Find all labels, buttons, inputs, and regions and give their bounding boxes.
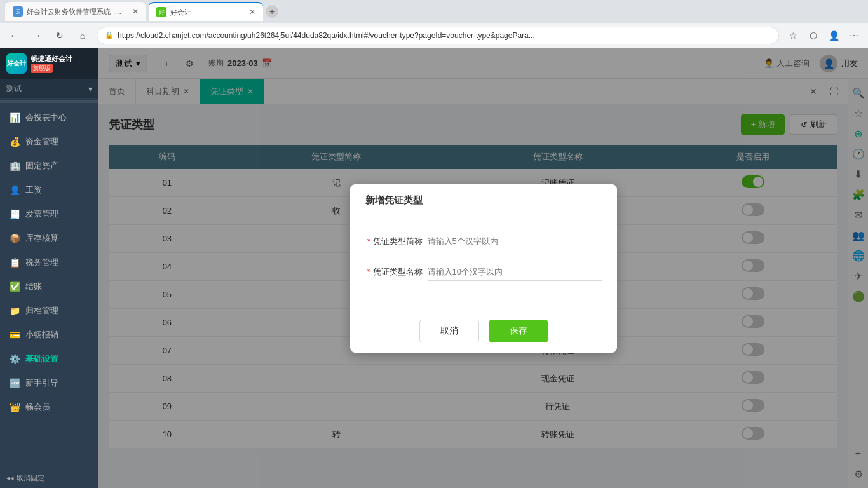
cancel-button[interactable]: 取消 [419,320,479,342]
sidebar-item-label: 会投表中心 [25,112,67,123]
sidebar-item-dashboard[interactable]: 📊 会投表中心 [0,105,98,130]
unpin-icon: ◂◂ [6,474,14,482]
logo-badge: 旗舰版 [31,64,53,73]
browser-nav-icons: ☆ ⬡ 👤 ⋯ [784,27,863,44]
settings-icon: ⚙️ [9,353,20,365]
browser-nav: ← → ↻ ⌂ 🔒 https://cloud2.chanjet.com/acc… [0,23,868,48]
modal-header: 新增凭证类型 [350,184,617,217]
dashboard-icon: 📊 [9,112,20,123]
save-button[interactable]: 保存 [489,320,548,342]
tab-favicon-2: 好 [156,7,166,17]
form-field-name: 凭证类型名称 [365,263,602,281]
sidebar-footer: ◂◂ 取消固定 [0,468,98,488]
new-tab-button[interactable]: + [266,5,278,18]
sidebar-item-expense[interactable]: 💳 小畅报销 [0,323,98,347]
tab-close-1[interactable]: ✕ [132,7,139,16]
field-name-label: 凭证类型名称 [365,266,423,278]
add-voucher-modal: 新增凭证类型 凭证类型简称 凭证类型名称 [350,184,617,353]
sidebar-item-member[interactable]: 👑 畅会员 [0,395,98,419]
sidebar-item-settings[interactable]: ⚙️ 基础设置 [0,347,98,371]
sidebar-item-assets[interactable]: 🏢 固定资产 [0,154,98,178]
modal-overlay: 新增凭证类型 凭证类型简称 凭证类型名称 [98,104,848,488]
guide-icon: 🆕 [9,377,20,389]
form-field-abbr: 凭证类型简称 [365,233,602,250]
workspace-name: 测试 [6,83,22,94]
app-layout: 好会计 畅捷通好会计 旗舰版 测试 ▾ 📊 会投表中心 💰 资金管理 🏢 固定资… [0,48,868,488]
inventory-icon: 📦 [9,233,20,244]
content-wrapper: 首页 科目期初 ✕ 凭证类型 ✕ ✕ ⛶ [98,79,868,488]
reload-button[interactable]: ↻ [51,27,69,44]
forward-button[interactable]: → [28,27,46,44]
salary-icon: 👤 [9,184,20,196]
browser-tab-1[interactable]: 云 好会计云财务软件管理系统_会计 ✕ [5,2,146,21]
lock-icon: 🔒 [105,31,114,39]
field-abbr-label: 凭证类型简称 [365,236,423,247]
tab-close-2[interactable]: ✕ [249,8,255,17]
sidebar-item-archive[interactable]: 📁 归档管理 [0,299,98,323]
tab-favicon-1: 云 [13,6,23,17]
sidebar-item-salary[interactable]: 👤 工资 [0,178,98,202]
modal-title: 新增凭证类型 [365,194,423,205]
modal-body: 凭证类型简称 凭证类型名称 [350,217,617,309]
user-icon[interactable]: 👤 [825,27,843,44]
field-name-input[interactable] [428,263,602,281]
workspace-dropdown-icon: ▾ [88,85,92,93]
sidebar-item-label: 税务管理 [25,257,58,268]
tab-label-2: 好会计 [170,8,191,17]
modal-footer: 取消 保存 [350,309,617,353]
sidebar-item-label: 小畅报销 [25,329,58,341]
sidebar-item-guide[interactable]: 🆕 新手引导 [0,371,98,395]
sidebar-menu: 📊 会投表中心 💰 资金管理 🏢 固定资产 👤 工资 🧾 发票管理 📦 [0,98,98,468]
sidebar-item-inventory[interactable]: 📦 库存核算 [0,226,98,250]
settlement-icon: ✅ [9,281,20,292]
unpin-button[interactable]: ◂◂ 取消固定 [6,473,92,483]
browser-tab-2[interactable]: 好 好会计 ✕ [149,2,263,21]
sidebar-item-label: 资金管理 [25,136,58,147]
sidebar-item-settlement[interactable]: ✅ 结账 [0,274,98,299]
invoice-icon: 🧾 [9,208,20,220]
archive-icon: 📁 [9,305,20,316]
sidebar-item-label: 固定资产 [25,160,58,172]
sidebar-item-label: 发票管理 [25,208,58,220]
home-button[interactable]: ⌂ [74,27,92,44]
sidebar-item-label: 基础设置 [25,353,58,365]
tax-icon: 📋 [9,257,20,268]
sidebar-logo: 好会计 畅捷通好会计 旗舰版 [0,48,98,79]
sidebar-item-label: 结账 [25,281,42,292]
member-icon: 👑 [9,402,20,413]
browser-chrome: 云 好会计云财务软件管理系统_会计 ✕ 好 好会计 ✕ + [0,0,868,23]
content-area: 凭证类型 + 新增 ↺ 刷新 编码 [98,104,848,488]
sidebar-item-label: 新手引导 [25,377,58,389]
unpin-label: 取消固定 [17,473,44,483]
sidebar-item-funds[interactable]: 💰 资金管理 [0,130,98,154]
logo-icon: 好会计 [6,53,27,74]
funds-icon: 💰 [9,136,20,147]
address-bar[interactable]: 🔒 https://cloud2.chanjet.com/accounting/… [97,27,779,44]
back-button[interactable]: ← [5,27,23,44]
bookmark-icon[interactable]: ☆ [784,27,802,44]
assets-icon: 🏢 [9,160,20,172]
main-area: 测试 ▾ + ⚙ 账期 2023-03 📅 👨‍💼 人工咨询 👤 用友 [98,48,868,488]
sidebar-item-tax[interactable]: 📋 税务管理 [0,250,98,274]
sidebar: 好会计 畅捷通好会计 旗舰版 测试 ▾ 📊 会投表中心 💰 资金管理 🏢 固定资… [0,48,98,488]
sidebar-item-label: 归档管理 [25,305,58,316]
extensions-icon[interactable]: ⬡ [804,27,822,44]
expense-icon: 💳 [9,329,20,341]
tab-label-1: 好会计云财务软件管理系统_会计 [27,7,128,17]
sidebar-item-label: 工资 [25,184,42,196]
logo-text: 畅捷通好会计 [31,54,72,64]
sidebar-item-invoice[interactable]: 🧾 发票管理 [0,202,98,226]
sidebar-item-label: 畅会员 [25,402,50,413]
address-text: https://cloud2.chanjet.com/accounting/uh… [118,31,771,40]
field-abbr-input[interactable] [428,233,602,250]
sidebar-item-label: 库存核算 [25,233,58,244]
sidebar-workspace-selector[interactable]: 测试 ▾ [0,79,98,98]
settings-icon[interactable]: ⋯ [845,27,863,44]
